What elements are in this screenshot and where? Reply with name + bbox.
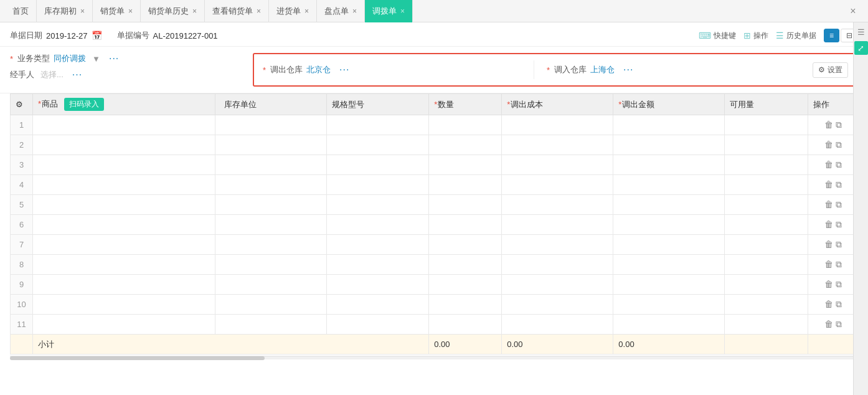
tab-close-view-sales[interactable]: × [257, 7, 261, 16]
calendar-icon[interactable]: 📅 [92, 31, 102, 40]
amount-cell[interactable] [613, 255, 725, 275]
qty-cell[interactable] [429, 315, 502, 335]
copy-icon[interactable]: ⧉ [836, 319, 842, 329]
spec-cell[interactable] [326, 255, 429, 275]
amount-cell[interactable] [613, 195, 725, 215]
table-gear-icon[interactable]: ⚙ [16, 100, 23, 109]
source-warehouse-more[interactable]: ··· [339, 64, 349, 75]
unit-cell[interactable] [215, 195, 326, 215]
spec-cell[interactable] [326, 195, 429, 215]
cost-cell[interactable] [502, 175, 613, 195]
qty-cell[interactable] [429, 295, 502, 315]
horizontal-scrollbar[interactable] [10, 356, 858, 359]
operations-action[interactable]: ⊞ 操作 [743, 31, 768, 41]
tab-purchase[interactable]: 进货单 × [269, 0, 317, 22]
tab-close-stocktake[interactable]: × [352, 7, 357, 16]
spec-cell[interactable] [326, 215, 429, 235]
product-cell[interactable] [33, 155, 215, 175]
spec-cell[interactable] [326, 235, 429, 255]
list-view-btn[interactable]: ≡ [824, 29, 839, 42]
unit-cell[interactable] [215, 235, 326, 255]
product-cell[interactable] [33, 175, 215, 195]
product-cell[interactable] [33, 255, 215, 275]
cost-cell[interactable] [502, 315, 613, 335]
delete-icon[interactable]: 🗑 [824, 319, 833, 329]
delete-icon[interactable]: 🗑 [824, 120, 833, 130]
spec-cell[interactable] [326, 115, 429, 135]
cost-cell[interactable] [502, 135, 613, 155]
tab-view-sales[interactable]: 查看销货单 × [205, 0, 269, 22]
sidebar-list-icon[interactable]: ☰ [854, 25, 868, 39]
unit-cell[interactable] [215, 115, 326, 135]
qty-cell[interactable] [429, 155, 502, 175]
tab-close-inventory-init[interactable]: × [80, 7, 85, 16]
col-gear[interactable]: ⚙ [11, 94, 33, 115]
cost-cell[interactable] [502, 275, 613, 295]
available-cell[interactable] [725, 115, 808, 135]
qty-cell[interactable] [429, 135, 502, 155]
spec-cell[interactable] [326, 155, 429, 175]
tab-close-sales-history[interactable]: × [192, 7, 197, 16]
source-warehouse-value[interactable]: 北京仓 [306, 64, 331, 75]
copy-icon[interactable]: ⧉ [836, 199, 842, 209]
target-warehouse-value[interactable]: 上海仓 [590, 64, 615, 75]
product-cell[interactable] [33, 115, 215, 135]
cost-cell[interactable] [502, 115, 613, 135]
handler-more[interactable]: ··· [72, 69, 82, 80]
qty-cell[interactable] [429, 115, 502, 135]
amount-cell[interactable] [613, 135, 725, 155]
tab-close-sales-order[interactable]: × [128, 7, 133, 16]
business-type-value[interactable]: 同价调拨 [54, 53, 86, 64]
qty-cell[interactable] [429, 175, 502, 195]
tab-sales-order[interactable]: 销货单 × [93, 0, 141, 22]
handler-placeholder[interactable]: 选择... [40, 69, 64, 80]
amount-cell[interactable] [613, 175, 725, 195]
window-close-button[interactable]: × [843, 0, 863, 22]
date-value[interactable]: 2019-12-27 [46, 31, 88, 40]
amount-cell[interactable] [613, 235, 725, 255]
product-cell[interactable] [33, 315, 215, 335]
scan-button[interactable]: 扫码录入 [64, 98, 104, 111]
delete-icon[interactable]: 🗑 [824, 239, 833, 249]
business-type-dropdown[interactable]: ▼ [92, 54, 100, 64]
delete-icon[interactable]: 🗑 [824, 299, 833, 309]
scrollbar-thumb[interactable] [10, 356, 265, 360]
copy-icon[interactable]: ⧉ [836, 279, 842, 289]
product-cell[interactable] [33, 135, 215, 155]
qty-cell[interactable] [429, 235, 502, 255]
cost-cell[interactable] [502, 235, 613, 255]
delete-icon[interactable]: 🗑 [824, 140, 833, 150]
delete-icon[interactable]: 🗑 [824, 159, 833, 169]
delete-icon[interactable]: 🗑 [824, 279, 833, 289]
unit-cell[interactable] [215, 175, 326, 195]
unit-cell[interactable] [215, 155, 326, 175]
business-type-more[interactable]: ··· [109, 53, 119, 64]
amount-cell[interactable] [613, 295, 725, 315]
available-cell[interactable] [725, 295, 808, 315]
tab-transfer[interactable]: 调拨单 × [365, 0, 413, 22]
tab-close-transfer[interactable]: × [400, 7, 405, 16]
available-cell[interactable] [725, 175, 808, 195]
product-cell[interactable] [33, 275, 215, 295]
copy-icon[interactable]: ⧉ [836, 299, 842, 309]
spec-cell[interactable] [326, 175, 429, 195]
tab-close-purchase[interactable]: × [304, 7, 309, 16]
copy-icon[interactable]: ⧉ [836, 179, 842, 189]
amount-cell[interactable] [613, 155, 725, 175]
available-cell[interactable] [725, 315, 808, 335]
unit-cell[interactable] [215, 215, 326, 235]
unit-cell[interactable] [215, 255, 326, 275]
delete-icon[interactable]: 🗑 [824, 179, 833, 189]
delete-icon[interactable]: 🗑 [824, 219, 833, 229]
spec-cell[interactable] [326, 315, 429, 335]
qty-cell[interactable] [429, 195, 502, 215]
unit-cell[interactable] [215, 275, 326, 295]
product-cell[interactable] [33, 295, 215, 315]
available-cell[interactable] [725, 135, 808, 155]
qty-cell[interactable] [429, 275, 502, 295]
spec-cell[interactable] [326, 295, 429, 315]
product-cell[interactable] [33, 215, 215, 235]
tab-sales-history[interactable]: 销货单历史 × [141, 0, 205, 22]
tab-inventory-init[interactable]: 库存期初 × [37, 0, 93, 22]
history-action[interactable]: ☰ 历史单据 [776, 31, 816, 41]
